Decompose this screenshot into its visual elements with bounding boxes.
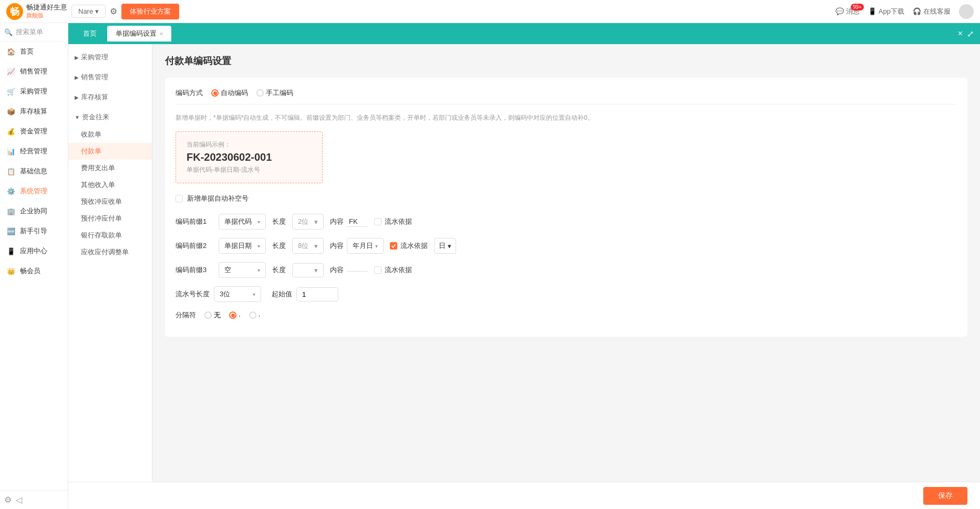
sidebar-item-member[interactable]: 👑 畅会员: [0, 261, 68, 281]
auto-fill-row: 新增单据自动补空号: [176, 194, 957, 203]
length1-input[interactable]: 2位 ▾: [292, 214, 324, 230]
tab-home[interactable]: 首页: [75, 26, 105, 41]
sep-dot-circle: [229, 311, 236, 319]
sidebar-item-sales[interactable]: 📈 销售管理: [0, 61, 68, 81]
prefix3-select[interactable]: 空 ▾: [219, 262, 266, 278]
day-select[interactable]: 日 ▾: [434, 238, 456, 254]
sidebar-item-purchase[interactable]: 🛒 采购管理: [0, 81, 68, 101]
settings-bottom-button[interactable]: ⚙: [4, 495, 12, 505]
serial-length-select[interactable]: 3位 ▾: [214, 286, 261, 302]
menu-item-other-income[interactable]: 其他收入单: [68, 176, 152, 193]
length1-value: 2位: [298, 217, 308, 226]
stream3-label: 流水依据: [385, 265, 412, 275]
sidebar-item-appcenter[interactable]: 📱 应用中心: [0, 241, 68, 261]
sidebar-item-system[interactable]: ⚙️ 系统管理: [0, 181, 68, 201]
start-value-label: 起始值: [272, 289, 292, 299]
service-label: 在线客服: [923, 7, 951, 16]
tab-home-label: 首页: [83, 29, 97, 38]
example-code: FK-20230602-001: [187, 151, 312, 163]
newguide-icon: 🆕: [6, 226, 16, 236]
member-icon: 👑: [6, 266, 16, 276]
arrow-right-icon: ▶: [75, 55, 79, 60]
appcenter-icon: 📱: [6, 246, 16, 256]
finance-group-label: 资金往来: [82, 112, 109, 122]
radio-auto-circle: [211, 89, 219, 97]
menu-group-finance: ▼ 资金往来 收款单 付款单 费用支出单 其他收入单 预收冲应收单 预付冲应付单…: [68, 108, 152, 261]
stream3-checkbox[interactable]: [374, 266, 381, 274]
content-area: 首页 单据编码设置 × × ⤢ ▶ 采购管理: [68, 23, 980, 509]
sidebar-item-finance[interactable]: 💰 资金管理: [0, 121, 68, 141]
separator-label: 分隔符: [176, 310, 196, 320]
logo-sub: 旗舰版: [26, 12, 67, 19]
sidebar-label-system: 系统管理: [20, 186, 47, 196]
industry-button[interactable]: 体验行业方案: [121, 4, 179, 19]
sep-none-option[interactable]: 无: [204, 310, 221, 320]
prefix2-select[interactable]: 单据日期 ▾: [219, 238, 266, 254]
tab-minimize-button[interactable]: ×: [958, 29, 963, 39]
sidebar-item-home[interactable]: 🏠 首页: [0, 41, 68, 61]
collapse-button[interactable]: ◁: [16, 495, 22, 505]
tab-current[interactable]: 单据编码设置 ×: [107, 26, 171, 41]
length2-input[interactable]: 8位 ▾: [292, 238, 324, 254]
page-title: 付款单编码设置: [165, 55, 967, 67]
app-icon: 📱: [868, 7, 876, 15]
prefix-row-2: 编码前缀2 单据日期 ▾ 长度 8位 ▾ 内容: [176, 238, 957, 254]
menu-item-bank[interactable]: 银行存取款单: [68, 227, 152, 244]
save-button[interactable]: 保存: [923, 487, 967, 505]
example-box: 当前编码示例： FK-20230602-001 单据代码-单据日期-流水号: [176, 131, 323, 183]
menu-item-pre-payable[interactable]: 预付冲应付单: [68, 210, 152, 227]
menu-group-inventory-title[interactable]: ▶ 库存核算: [68, 88, 152, 106]
sidebar-item-operations[interactable]: 📊 经营管理: [0, 141, 68, 161]
menu-group-purchase-title[interactable]: ▶ 采购管理: [68, 48, 152, 66]
tab-bar: 首页 单据编码设置 × × ⤢: [68, 23, 980, 44]
search-menu[interactable]: 🔍 搜索菜单: [0, 23, 68, 41]
sep-dot-option[interactable]: ·: [229, 310, 241, 320]
menu-item-adjustment[interactable]: 应收应付调整单: [68, 244, 152, 261]
menu-group-sales: ▶ 销售管理: [68, 68, 152, 86]
sidebar-item-inventory[interactable]: 📦 库存核算: [0, 101, 68, 121]
length3-input[interactable]: ▾: [292, 263, 324, 277]
app-download-item[interactable]: 📱 App下载: [868, 7, 904, 16]
sep-dash-option[interactable]: ·: [249, 310, 261, 320]
chevron-down-icon: ▾: [314, 266, 318, 274]
message-badge: 99+: [851, 4, 864, 11]
prefix2-value: 单据日期: [224, 241, 252, 251]
menu-group-finance-title[interactable]: ▼ 资金往来: [68, 108, 152, 126]
serial-row: 流水号长度 3位 ▾ 起始值: [176, 286, 957, 302]
home-icon: 🏠: [6, 47, 16, 56]
sidebar-item-enterprise[interactable]: 🏢 企业协同: [0, 201, 68, 221]
content2-select[interactable]: 年月日 ▾: [347, 238, 384, 254]
stream1-checkbox[interactable]: [374, 218, 381, 225]
tab-bar-left: 首页 单据编码设置 ×: [75, 26, 171, 41]
operations-icon: 📊: [6, 147, 16, 156]
tab-maximize-button[interactable]: ⤢: [967, 29, 974, 39]
radio-manual[interactable]: 手工编码: [256, 88, 293, 98]
prefix1-select[interactable]: 单据代码 ▾: [219, 214, 266, 230]
radio-auto-inner: [213, 91, 217, 95]
stream2-checkbox[interactable]: [390, 242, 397, 250]
menu-item-receipt[interactable]: 收款单: [68, 126, 152, 143]
sidebar-item-basics[interactable]: 📋 基础信息: [0, 161, 68, 181]
menu-item-payment[interactable]: 付款单: [68, 143, 152, 160]
tab-close-icon[interactable]: ×: [160, 30, 163, 37]
menu-item-pre-receivable[interactable]: 预收冲应收单: [68, 193, 152, 210]
stream1-row: 流水依据: [374, 217, 412, 226]
avatar[interactable]: [959, 4, 974, 19]
gear-button[interactable]: ⚙: [110, 6, 117, 16]
menu-item-expense[interactable]: 费用支出单: [68, 160, 152, 176]
online-service-item[interactable]: 🎧 在线客服: [913, 7, 951, 16]
sidebar-item-newguide[interactable]: 🆕 新手引导: [0, 221, 68, 241]
dropdown-button[interactable]: Nare ▾: [71, 5, 106, 18]
content2-section: 内容 年月日 ▾: [330, 238, 384, 254]
radio-auto[interactable]: 自动编码: [211, 88, 248, 98]
menu-group-sales-title[interactable]: ▶ 销售管理: [68, 68, 152, 86]
serial-length-item: 流水号长度 3位 ▾: [176, 286, 261, 302]
message-item[interactable]: 💬 消息 99+: [835, 7, 860, 16]
start-value-input[interactable]: [296, 287, 338, 302]
chevron-down-icon: ▾: [257, 267, 260, 273]
sidebar-label-newguide: 新手引导: [20, 226, 47, 236]
prefix2-label: 编码前缀2: [176, 241, 212, 251]
auto-fill-checkbox[interactable]: [176, 195, 183, 202]
content1-label: 内容: [330, 217, 344, 226]
radio-group: 自动编码 手工编码: [211, 88, 293, 98]
